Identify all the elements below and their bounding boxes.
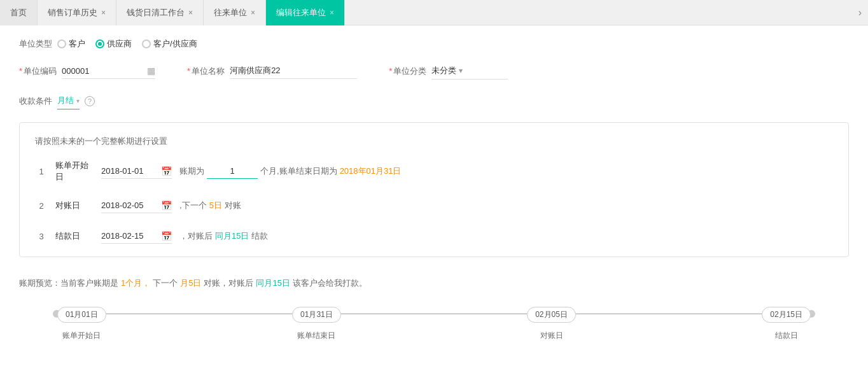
preview-reconcile: 月5日 xyxy=(180,278,201,289)
period-row-2: 2 对账日 📅 ,下一个 5日 对账 xyxy=(35,198,833,213)
date-input-1[interactable] xyxy=(101,164,158,178)
tab-edit-partner[interactable]: 编辑往来单位 × xyxy=(266,0,345,25)
radio-customer[interactable]: 客户 xyxy=(57,38,85,50)
period-row-1: 1 账单开始日 📅 账期为 个月,账单结束日期为 2018年01月31日 xyxy=(35,160,833,183)
timeline-sublabel-2: 账单结束日 xyxy=(297,330,335,341)
payment-condition-row: 收款条件 月结 ▾ ? xyxy=(19,92,849,109)
period-num-2: 2 xyxy=(35,201,48,211)
unit-category-select[interactable]: 未分类 ▾ xyxy=(431,62,508,80)
dropdown-arrow-icon: ▾ xyxy=(76,97,80,104)
payment-condition-group: 收款条件 月结 ▾ ? xyxy=(19,92,95,109)
period-row-3: 3 结款日 📅 ，对账后 同月15日 结款 xyxy=(35,229,833,244)
tab-bar: 首页 销售订单历史 × 钱货日清工作台 × 往来单位 × 编辑往来单位 × › xyxy=(0,0,868,25)
period-label-1: 账单开始日 xyxy=(55,160,94,183)
timeline-badge-2: 01月31日 xyxy=(292,307,341,323)
date-input-3[interactable] xyxy=(101,229,158,243)
period-desc-3: ，对账后 同月15日 结款 xyxy=(179,230,268,242)
preview-section: 账期预览：当前客户账期是 1个月， 下一个 月5日 对账，对账后 同月15日 该… xyxy=(19,267,849,373)
payment-condition-dropdown[interactable]: 月结 ▾ xyxy=(57,92,80,109)
payment-condition-label: 收款条件 xyxy=(19,95,52,107)
timeline-sublabel-1: 账单开始日 xyxy=(62,330,101,341)
timeline-sublabel-3: 对账日 xyxy=(540,330,563,341)
main-content: 单位类型 客户 供应商 客户/供应商 *单位编码 xyxy=(0,25,868,387)
reconcile-day: 5日 xyxy=(209,200,222,211)
radio-supplier[interactable]: 供应商 xyxy=(95,38,132,50)
payment-day: 同月15日 xyxy=(215,230,249,242)
unit-type-label: 单位类型 xyxy=(19,38,52,50)
unit-type-row: 单位类型 客户 供应商 客户/供应商 xyxy=(19,38,849,50)
timeline-points: 01月01日 账单开始日 01月31日 账单结束日 02月05日 对账日 02月… xyxy=(57,307,811,341)
unit-code-group: *单位编码 ▦ xyxy=(19,64,155,79)
unit-type-radios: 客户 供应商 客户/供应商 xyxy=(57,38,197,50)
radio-circle-customer xyxy=(57,39,66,48)
unit-category-label: *单位分类 xyxy=(389,66,426,77)
help-icon[interactable]: ? xyxy=(85,96,95,106)
period-num-3: 3 xyxy=(35,232,48,241)
period-box-title: 请按照未来的一个完整帐期进行设置 xyxy=(35,136,833,147)
period-num-1: 1 xyxy=(35,167,48,176)
unit-info-row: *单位编码 ▦ *单位名称 *单位分类 未分类 ▾ xyxy=(19,62,849,80)
timeline-point-3: 02月05日 对账日 xyxy=(527,307,576,341)
tab-home[interactable]: 首页 xyxy=(0,0,38,25)
payment-condition-value: 月结 xyxy=(57,95,74,106)
calendar-icon-3[interactable]: 📅 xyxy=(161,231,172,241)
period-desc-2: ,下一个 5日 对账 xyxy=(179,200,241,211)
timeline-badge-4: 02月15日 xyxy=(762,307,811,323)
unit-code-icon[interactable]: ▦ xyxy=(147,66,155,76)
unit-code-label: *单位编码 xyxy=(19,66,57,77)
unit-category-group: *单位分类 未分类 ▾ xyxy=(389,62,508,80)
radio-circle-both xyxy=(142,39,151,48)
radio-circle-supplier xyxy=(95,39,104,48)
period-label-2: 对账日 xyxy=(55,200,94,211)
unit-type-group: 单位类型 客户 供应商 客户/供应商 xyxy=(19,38,197,50)
preview-payment: 同月15日 xyxy=(256,278,290,289)
required-star-code: * xyxy=(19,66,22,76)
preview-text: 账期预览：当前客户账期是 1个月， 下一个 月5日 对账，对账后 同月15日 该… xyxy=(19,278,849,289)
tab-close-partner-units[interactable]: × xyxy=(251,8,255,17)
unit-code-input[interactable] xyxy=(62,64,144,78)
tab-more-button[interactable]: › xyxy=(852,7,868,18)
period-desc-1: 账期为 个月,账单结束日期为 2018年01月31日 xyxy=(179,164,401,179)
date-input-2[interactable] xyxy=(101,198,158,213)
radio-both[interactable]: 客户/供应商 xyxy=(142,38,197,50)
months-input[interactable] xyxy=(207,164,258,179)
calendar-icon-1[interactable]: 📅 xyxy=(161,166,172,176)
tab-close-sales-history[interactable]: × xyxy=(101,8,106,17)
required-star-category: * xyxy=(389,66,392,76)
period-end-date: 2018年01月31日 xyxy=(340,165,402,177)
unit-category-value: 未分类 xyxy=(431,65,456,76)
timeline-sublabel-4: 结款日 xyxy=(775,330,798,341)
unit-name-input[interactable] xyxy=(230,64,357,79)
timeline-badge-1: 01月01日 xyxy=(57,307,106,323)
unit-name-label: *单位名称 xyxy=(187,66,225,77)
preview-period: 1个月， xyxy=(121,278,150,289)
unit-name-group: *单位名称 xyxy=(187,64,357,79)
tab-partner-units[interactable]: 往来单位 × xyxy=(204,0,266,25)
date-input-wrapper-2: 📅 xyxy=(101,198,172,213)
timeline-badge-3: 02月05日 xyxy=(527,307,576,323)
timeline-point-4: 02月15日 结款日 xyxy=(762,307,811,341)
tab-close-cash-work[interactable]: × xyxy=(188,8,193,17)
chevron-down-icon: ▾ xyxy=(459,66,463,75)
unit-code-input-wrapper: ▦ xyxy=(62,64,155,79)
date-input-wrapper-3: 📅 xyxy=(101,229,172,244)
period-label-3: 结款日 xyxy=(55,230,94,242)
timeline-point-1: 01月01日 账单开始日 xyxy=(57,307,106,341)
tab-sales-history[interactable]: 销售订单历史 × xyxy=(38,0,116,25)
timeline-container: 01月01日 账单开始日 01月31日 账单结束日 02月05日 对账日 02月… xyxy=(19,307,849,373)
calendar-icon-2[interactable]: 📅 xyxy=(161,201,172,211)
date-input-wrapper-1: 📅 xyxy=(101,164,172,179)
period-settings-box: 请按照未来的一个完整帐期进行设置 1 账单开始日 📅 账期为 个月,账单结束日期… xyxy=(19,122,849,257)
required-star-name: * xyxy=(187,66,190,76)
timeline-point-2: 01月31日 账单结束日 xyxy=(292,307,341,341)
tab-cash-work[interactable]: 钱货日清工作台 × xyxy=(116,0,204,25)
tab-close-edit-partner[interactable]: × xyxy=(330,8,334,17)
